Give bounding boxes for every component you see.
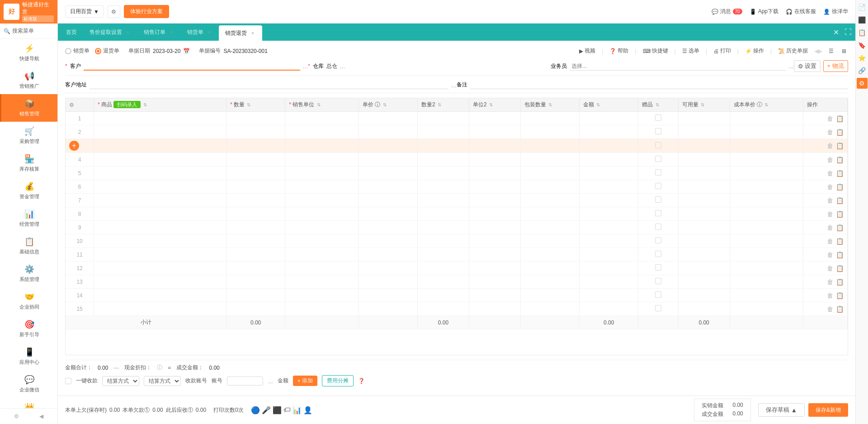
th-price[interactable]: 单价 ⓘ ⇅ bbox=[359, 98, 417, 112]
add-row-button[interactable]: + bbox=[69, 141, 79, 151]
bottom-icon-1[interactable]: 🔵 bbox=[251, 406, 260, 414]
qty2-cell[interactable] bbox=[418, 167, 469, 180]
price-cell[interactable] bbox=[359, 234, 417, 248]
app-download-button[interactable]: 📱 App下载 bbox=[750, 8, 778, 15]
pkg-qty-cell[interactable] bbox=[520, 125, 579, 139]
address-dots[interactable]: ... bbox=[451, 81, 457, 89]
bottom-icon-6[interactable]: 👤 bbox=[303, 406, 312, 414]
tab-price-settings[interactable]: 售价提取设置 × bbox=[83, 24, 137, 41]
delete-row-icon[interactable]: 🗑 bbox=[827, 170, 833, 177]
address-input[interactable] bbox=[90, 81, 448, 89]
amount-cell[interactable] bbox=[580, 207, 638, 221]
available-cell[interactable] bbox=[678, 289, 730, 302]
qty2-cell[interactable] bbox=[418, 302, 469, 316]
delete-row-icon[interactable]: 🗑 bbox=[827, 265, 833, 272]
sidebar-item-shortcut[interactable]: ⚡快捷导航 bbox=[0, 39, 57, 67]
price-cell[interactable] bbox=[359, 302, 417, 316]
product-cell[interactable] bbox=[94, 207, 226, 221]
gift-checkbox[interactable] bbox=[655, 251, 661, 257]
price-cell[interactable] bbox=[359, 289, 417, 302]
gift-cell[interactable] bbox=[638, 234, 678, 248]
available-cell[interactable] bbox=[678, 180, 730, 194]
customer-input[interactable] bbox=[84, 62, 300, 71]
pkg-qty-cell[interactable] bbox=[520, 207, 579, 221]
unit-cell[interactable] bbox=[285, 139, 359, 153]
unit2-cell[interactable] bbox=[469, 194, 521, 207]
qty2-cell[interactable] bbox=[418, 153, 469, 167]
user-avatar[interactable]: 👤 徐泽华 bbox=[823, 8, 848, 15]
available-cell[interactable] bbox=[678, 234, 730, 248]
collapse-icon[interactable]: ◀ bbox=[39, 413, 43, 419]
price-cell[interactable] bbox=[359, 167, 417, 180]
product-cell[interactable] bbox=[94, 289, 226, 302]
product-cell[interactable] bbox=[94, 275, 226, 289]
available-cell[interactable] bbox=[678, 302, 730, 316]
qty2-cell[interactable] bbox=[418, 221, 469, 234]
cost-price-cell[interactable] bbox=[730, 221, 803, 234]
operate-btn[interactable]: ⚡ 操作 bbox=[743, 46, 766, 56]
unit-cell[interactable] bbox=[285, 194, 359, 207]
calendar-icon[interactable]: 📅 bbox=[183, 48, 190, 54]
cost-price-cell[interactable] bbox=[730, 139, 803, 153]
unit2-cell[interactable] bbox=[469, 139, 521, 153]
account-dots[interactable]: ... bbox=[268, 377, 273, 385]
delete-row-icon[interactable]: 🗑 bbox=[827, 115, 833, 122]
bottom-icon-5[interactable]: 📊 bbox=[292, 406, 302, 414]
unit-cell[interactable] bbox=[285, 248, 359, 262]
unit-cell[interactable] bbox=[285, 275, 359, 289]
gift-checkbox[interactable] bbox=[655, 237, 661, 243]
available-cell[interactable] bbox=[678, 194, 730, 207]
remark-input[interactable] bbox=[470, 81, 848, 89]
copy-row-icon[interactable]: 📋 bbox=[836, 265, 844, 272]
amount-cell[interactable] bbox=[580, 180, 638, 194]
pkg-qty-cell[interactable] bbox=[520, 194, 579, 207]
amount-cell[interactable] bbox=[580, 302, 638, 316]
available-cell[interactable] bbox=[678, 221, 730, 234]
delete-row-icon[interactable]: 🗑 bbox=[827, 305, 833, 313]
gift-checkbox[interactable] bbox=[655, 114, 661, 121]
copy-row-icon[interactable]: 📋 bbox=[836, 115, 844, 122]
right-panel-icon-7[interactable]: ⚙ bbox=[857, 78, 868, 89]
qty-cell[interactable] bbox=[226, 167, 285, 180]
pkg-qty-cell[interactable] bbox=[520, 112, 579, 125]
product-cell[interactable] bbox=[94, 262, 226, 275]
shortcut-btn[interactable]: ⌨ 快捷键 bbox=[641, 46, 670, 56]
amount-cell[interactable] bbox=[580, 125, 638, 139]
delete-row-icon[interactable]: 🗑 bbox=[827, 292, 833, 299]
gift-cell[interactable] bbox=[638, 180, 678, 194]
staff-dots[interactable]: ... bbox=[788, 62, 794, 70]
customer-dots[interactable]: ... bbox=[303, 62, 308, 70]
pkg-qty-cell[interactable] bbox=[520, 248, 579, 262]
copy-row-icon[interactable]: 📋 bbox=[836, 170, 844, 177]
unit-cell[interactable] bbox=[285, 167, 359, 180]
qty2-cell[interactable] bbox=[418, 262, 469, 275]
delete-row-icon[interactable]: 🗑 bbox=[827, 156, 833, 163]
product-cell[interactable] bbox=[94, 167, 226, 180]
gift-cell[interactable] bbox=[638, 262, 678, 275]
delete-row-icon[interactable]: 🗑 bbox=[827, 238, 833, 245]
pkg-qty-cell[interactable] bbox=[520, 275, 579, 289]
sidebar-item-finance[interactable]: 💰资金管理 bbox=[0, 177, 57, 205]
right-panel-icon-3[interactable]: 📋 bbox=[857, 27, 868, 38]
gift-checkbox[interactable] bbox=[655, 291, 661, 298]
delete-row-icon[interactable]: 🗑 bbox=[827, 129, 833, 136]
available-cell[interactable] bbox=[678, 248, 730, 262]
pkg-qty-cell[interactable] bbox=[520, 221, 579, 234]
price-cell[interactable] bbox=[359, 112, 417, 125]
radio-sale[interactable]: 销货单 bbox=[65, 47, 90, 55]
amount-cell[interactable] bbox=[580, 248, 638, 262]
th-cost-price[interactable]: 成本单价 ⓘ ⇅ bbox=[730, 98, 803, 112]
th-product[interactable]: * 商品 扫码录入 ⇅ bbox=[94, 98, 226, 112]
one-click-pay-checkbox[interactable] bbox=[65, 378, 71, 384]
qty-cell[interactable] bbox=[226, 207, 285, 221]
qty2-cell[interactable] bbox=[418, 234, 469, 248]
product-cell[interactable] bbox=[94, 248, 226, 262]
gift-checkbox[interactable] bbox=[655, 264, 661, 271]
product-cell[interactable] bbox=[94, 194, 226, 207]
qty-cell[interactable] bbox=[226, 139, 285, 153]
qty-cell[interactable] bbox=[226, 125, 285, 139]
price-cell[interactable] bbox=[359, 194, 417, 207]
search-menu[interactable]: 🔍 搜索菜单 bbox=[0, 24, 57, 39]
delete-row-icon[interactable]: 🗑 bbox=[827, 197, 833, 204]
th-amount[interactable]: 金额 ⇅ bbox=[580, 98, 638, 112]
